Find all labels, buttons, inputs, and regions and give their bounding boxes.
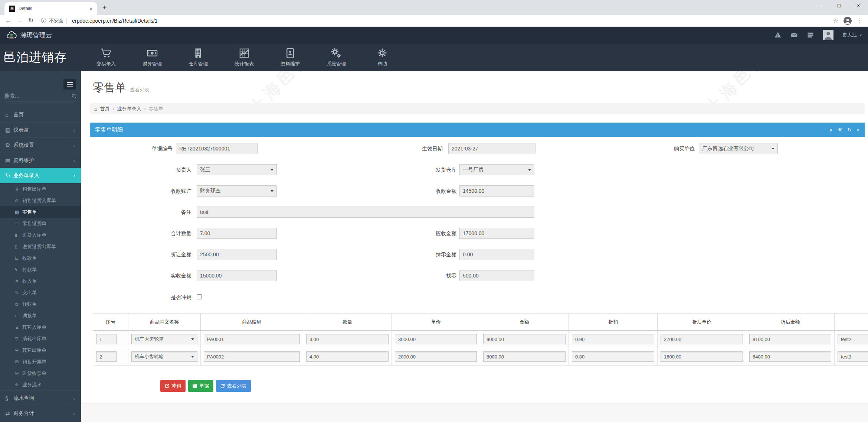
close-button[interactable]: × xyxy=(849,0,868,11)
doc-no-input[interactable] xyxy=(176,143,258,154)
view-list-button[interactable]: 查看列表 xyxy=(216,380,251,392)
reverse-button[interactable]: 冲销 xyxy=(160,380,186,392)
wrench-icon[interactable]: ⚒ xyxy=(838,127,842,133)
sidebar-subitem-income[interactable]: ⚑收入单 xyxy=(0,275,81,287)
nav-item-help[interactable]: 帮助 xyxy=(359,43,405,71)
discounted-price-cell[interactable]: 2700.00 xyxy=(661,334,743,344)
search-input[interactable] xyxy=(4,93,72,99)
rounding-input[interactable] xyxy=(459,249,534,260)
product-code-cell[interactable]: PA0001 xyxy=(204,334,300,344)
sidebar-subitem-allocation[interactable]: ↩调拨单 xyxy=(0,310,81,321)
discounted-amount-cell[interactable]: 6400.00 xyxy=(749,351,831,362)
sidebar-item-settings[interactable]: ⚙ 系统设置 ‹ xyxy=(0,137,81,153)
product-name-select[interactable]: 机车小齿轮箱 xyxy=(131,351,197,362)
account-select[interactable]: 财务现金 xyxy=(197,185,277,197)
page-footer xyxy=(81,403,868,422)
breadcrumb-home[interactable]: 首页 xyxy=(100,106,110,112)
qty-cell[interactable]: 4.00 xyxy=(306,351,389,362)
sidebar-subitem-transfer[interactable]: ✿转账单 xyxy=(0,298,81,310)
site-security[interactable]: ⓘ 不安全 xyxy=(41,17,67,24)
unit-price-cell[interactable]: 3000.00 xyxy=(395,334,477,344)
sidebar-item-flow-query[interactable]: § 流水查询 ‹ xyxy=(0,390,81,406)
bookmark-star-icon[interactable]: ☆ xyxy=(833,17,838,24)
document-button[interactable]: 单据 xyxy=(188,380,213,392)
sidebar-subitem-retail-order[interactable]: ▥零售单 xyxy=(0,206,81,218)
nav-item-finance[interactable]: 财务管理 xyxy=(129,43,175,71)
breadcrumb-section[interactable]: 业务单录入 xyxy=(117,106,141,112)
sidebar-subitem-payment[interactable]: ϟ付款单 xyxy=(0,264,81,275)
receivable-input[interactable] xyxy=(459,228,534,239)
alerts-icon[interactable] xyxy=(774,31,782,39)
discount-cell[interactable]: 0.90 xyxy=(572,334,654,344)
user-menu[interactable]: 史大江 ∨ xyxy=(842,32,862,38)
qty-cell[interactable]: 3.00 xyxy=(306,334,389,344)
maximize-button[interactable]: □ xyxy=(829,0,849,11)
sidebar-item-order-entry[interactable]: 业务单录入 ‹ xyxy=(0,168,81,183)
address-text[interactable]: erpdoc.epoerp.cn/Biz/Retail/Details/1 xyxy=(72,18,828,24)
close-panel-icon[interactable]: × xyxy=(856,127,859,133)
back-button[interactable]: ← xyxy=(5,17,12,24)
nav-item-warehouse[interactable]: 仓库管理 xyxy=(175,43,221,71)
sidebar-item-finance-total[interactable]: ⇄ 财务合计 ‹ xyxy=(0,406,81,421)
user-avatar[interactable] xyxy=(823,30,833,40)
nav-item-system[interactable]: 系统管理 xyxy=(313,43,359,71)
reload-button[interactable]: ↻ xyxy=(28,17,33,24)
note-cell[interactable]: test3 xyxy=(838,351,868,362)
sidebar-subitem-retail-return[interactable]: ⚐零售退货单 xyxy=(0,218,81,229)
messages-icon[interactable] xyxy=(790,31,798,39)
warehouse-select[interactable]: 一号厂房 xyxy=(459,164,534,175)
discount-amount-input[interactable] xyxy=(197,249,277,260)
bolt-icon: ϟ xyxy=(15,267,22,272)
sidebar-subitem-business-flow[interactable]: ✈业务流水 xyxy=(0,379,81,390)
received-amount-input[interactable] xyxy=(459,185,534,197)
reversed-checkbox[interactable] xyxy=(197,294,202,299)
sidebar-item-data-maintenance[interactable]: ▤ 资料维护 ‹ xyxy=(0,153,81,168)
sidebar-toggle[interactable] xyxy=(63,79,76,90)
sidebar-subitem-purchase-invoice[interactable]: ✉进货收票单 xyxy=(0,367,81,379)
remark-input[interactable] xyxy=(197,207,534,218)
sidebar-subitem-sales-invoice[interactable]: ✉销售开票单 xyxy=(0,356,81,367)
tab-close-icon[interactable]: × xyxy=(89,6,93,12)
sidebar-subitem-purchase-inbound[interactable]: ▮进货入库单 xyxy=(0,229,81,241)
refresh-icon[interactable]: ↻ xyxy=(848,127,852,133)
sidebar-item-home[interactable]: ⌂ 首页 xyxy=(0,107,81,122)
sidebar-subitem-other-outbound[interactable]: ↪其它出库单 xyxy=(0,344,81,356)
change-input[interactable] xyxy=(459,270,534,281)
browser-tab[interactable]: M Details × xyxy=(4,2,97,15)
discount-cell[interactable]: 0.80 xyxy=(572,351,654,362)
buyer-label: 购买单位 xyxy=(620,143,695,154)
product-code-cell[interactable]: PA0002 xyxy=(204,351,300,362)
browser-profile-avatar[interactable] xyxy=(844,17,852,25)
effective-date-input[interactable] xyxy=(448,143,535,154)
collapse-icon[interactable]: ∨ xyxy=(829,127,833,133)
sidebar-subitem-purchase-return-outbound[interactable]: ▯进货退货出库单 xyxy=(0,241,81,252)
nav-item-reports[interactable]: 统计报表 xyxy=(221,43,267,71)
discounted-price-cell[interactable]: 1600.00 xyxy=(661,351,743,362)
tasks-icon[interactable] xyxy=(807,31,814,39)
minimize-button[interactable]: – xyxy=(810,0,829,11)
nav-item-transactions[interactable]: 交易录入 xyxy=(83,43,129,71)
manager-select[interactable]: 张三 xyxy=(197,164,277,175)
browser-menu-icon[interactable]: ⋮ xyxy=(857,17,863,24)
sidebar-subitem-receipt[interactable]: ⊡收款单 xyxy=(0,252,81,264)
amount-cell[interactable]: 8000.00 xyxy=(483,351,566,362)
product-name-select[interactable]: 机车大齿轮箱 xyxy=(131,334,197,344)
forward-button[interactable]: → xyxy=(17,17,23,24)
amount-cell[interactable]: 9000.00 xyxy=(483,334,566,344)
rounding-label: 抹零金额 xyxy=(382,249,456,260)
new-tab-button[interactable]: + xyxy=(102,3,107,12)
total-qty-input[interactable] xyxy=(197,228,277,239)
paid-amount-input[interactable] xyxy=(197,270,277,281)
sidebar-subitem-expense[interactable]: ✎支出单 xyxy=(0,287,81,298)
sidebar-subitem-sales-outbound[interactable]: ♛销售出库单 xyxy=(0,183,81,195)
note-cell[interactable]: test2 xyxy=(838,334,868,344)
unit-price-cell[interactable]: 2000.00 xyxy=(395,351,477,362)
discounted-amount-cell[interactable]: 8100.00 xyxy=(749,334,831,344)
sidebar-subitem-sales-return-inbound[interactable]: ⊘销售退货入库单 xyxy=(0,195,81,206)
sidebar-subitem-other-inbound[interactable]: ▲其它入库单 xyxy=(0,321,81,333)
app-logo[interactable]: 瀚琚管理云 xyxy=(6,30,52,40)
nav-item-data[interactable]: 资料维护 xyxy=(267,43,313,71)
sidebar-subitem-consumption-outbound[interactable]: ▽消耗出库单 xyxy=(0,333,81,344)
sidebar-item-dashboard[interactable]: ▦ 仪表盘 ‹ xyxy=(0,122,81,137)
buyer-select[interactable]: 广东博远石业有限公司 xyxy=(699,143,778,154)
